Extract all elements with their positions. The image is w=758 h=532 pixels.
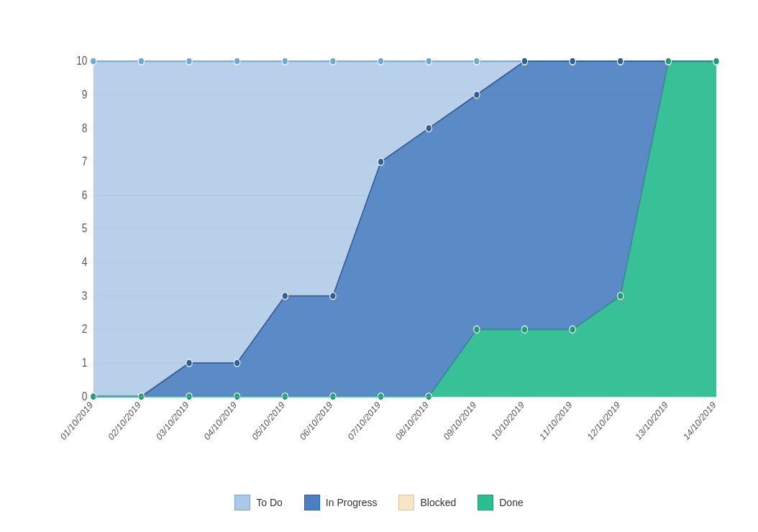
y-tick-label: 3	[82, 288, 88, 301]
x-tick-label: 08/10/2019	[394, 399, 430, 443]
y-tick-label: 9	[82, 88, 88, 101]
chart-container: 01234567891001/10/201902/10/201903/10/20…	[19, 14, 739, 518]
done-dot	[713, 58, 719, 65]
y-tick-label: 1	[82, 356, 88, 369]
legend: To DoIn ProgressBlockedDone	[234, 495, 523, 510]
done-dot	[521, 326, 527, 333]
inprogress-dot	[618, 58, 624, 65]
legend-item-inprogress: In Progress	[304, 495, 378, 510]
inprogress-dot	[378, 158, 383, 165]
todo-dot	[91, 58, 96, 65]
legend-label-inprogress: In Progress	[326, 497, 378, 508]
todo-dot	[138, 58, 144, 65]
inprogress-dot	[474, 91, 480, 98]
todo-dot	[330, 58, 336, 65]
inprogress-dot	[234, 359, 239, 367]
legend-label-todo: To Do	[256, 497, 283, 508]
todo-dot	[282, 58, 288, 65]
y-tick-label: 6	[82, 188, 88, 201]
inprogress-dot	[282, 293, 288, 300]
inprogress-dot	[330, 293, 336, 300]
todo-dot	[474, 58, 480, 65]
todo-dot	[234, 58, 239, 65]
legend-label-done: Done	[499, 497, 523, 508]
todo-dot	[378, 58, 383, 65]
y-tick-label: 7	[82, 155, 88, 168]
legend-item-done: Done	[478, 495, 523, 510]
legend-item-blocked: Blocked	[398, 495, 456, 510]
x-tick-label: 01/10/2019	[58, 399, 94, 443]
legend-item-todo: To Do	[234, 495, 283, 510]
x-tick-label: 07/10/2019	[346, 399, 382, 443]
x-tick-label: 13/10/2019	[634, 399, 670, 443]
chart-svg: 01234567891001/10/201902/10/201903/10/20…	[52, 43, 731, 478]
x-tick-label: 12/10/2019	[585, 399, 621, 443]
legend-swatch-blocked	[398, 495, 414, 510]
x-tick-label: 03/10/2019	[154, 399, 190, 443]
y-tick-label: 5	[82, 221, 88, 234]
inprogress-dot	[426, 124, 431, 132]
chart-inner: 01234567891001/10/201902/10/201903/10/20…	[52, 43, 731, 484]
legend-label-blocked: Blocked	[420, 497, 456, 508]
y-tick-label: 8	[82, 121, 88, 134]
todo-dot	[426, 58, 431, 65]
todo-dot	[186, 58, 192, 65]
x-tick-label: 04/10/2019	[202, 399, 238, 443]
done-dot	[570, 326, 575, 333]
chart-area: 01234567891001/10/201902/10/201903/10/20…	[27, 43, 731, 484]
legend-swatch-inprogress	[304, 495, 320, 510]
svg-container: 01234567891001/10/201902/10/201903/10/20…	[52, 43, 731, 478]
y-tick-label: 10	[76, 54, 87, 67]
legend-swatch-todo	[234, 495, 250, 510]
done-dot	[665, 58, 671, 65]
y-axis-label	[27, 43, 48, 484]
done-dot	[474, 326, 480, 333]
x-tick-label: 09/10/2019	[442, 399, 478, 443]
done-dot	[618, 293, 624, 300]
y-tick-label: 4	[82, 255, 88, 268]
x-tick-label: 05/10/2019	[250, 399, 286, 443]
x-tick-label: 14/10/2019	[681, 399, 717, 443]
x-tick-label: 10/10/2019	[490, 399, 526, 443]
x-tick-label: 11/10/2019	[538, 399, 574, 443]
x-tick-label: 06/10/2019	[298, 399, 334, 443]
inprogress-dot	[570, 58, 575, 65]
inprogress-dot	[186, 359, 192, 367]
x-tick-label: 02/10/2019	[106, 399, 142, 443]
legend-swatch-done	[478, 495, 493, 510]
inprogress-dot	[521, 58, 527, 65]
y-tick-label: 2	[82, 322, 88, 335]
